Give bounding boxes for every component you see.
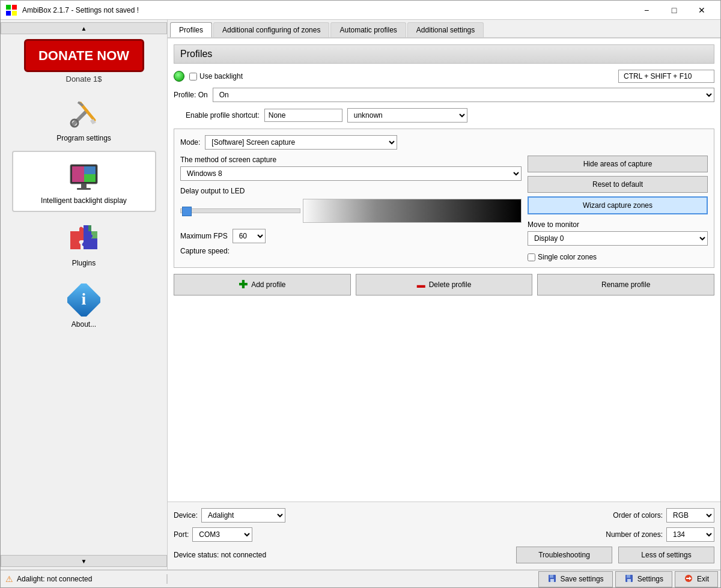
delete-icon: ▬ [417,280,425,289]
sidebar-item-program-settings[interactable]: Program settings [12,89,156,148]
title-bar-controls: − □ ✕ [633,1,716,20]
plugins-icon [66,220,102,256]
delete-profile-button[interactable]: ▬ Delete profile [356,274,533,296]
tab-zones[interactable]: Additional configuring of zones [213,22,329,37]
wizard-button[interactable]: Wizard capture zones [528,196,708,214]
zones-select[interactable]: 134 50 100 200 [666,527,714,542]
close-button[interactable]: ✕ [688,1,716,20]
mode-label: Mode: [180,138,200,147]
colors-select[interactable]: RGB GRB BGR [666,508,714,523]
screen-method-select[interactable]: Windows 8 Windows 7 DirectX [180,166,522,181]
profile-label: Profile: On [174,91,208,99]
exit-button[interactable]: Exit [675,571,718,587]
sidebar-item-about[interactable]: i About... [12,276,156,335]
use-backlight-checkbox[interactable] [189,73,197,80]
backlight-row: Use backlight CTRL + SHIFT + F10 [174,70,714,83]
intelligent-backlight-icon [66,158,102,194]
mode-content: The method of screen capture Windows 8 W… [180,156,708,261]
sidebar-label-program-settings: Program settings [56,134,111,142]
svg-rect-3 [12,11,17,16]
port-select[interactable]: COM3 COM1 COM2 [192,527,252,542]
svg-rect-22 [627,575,630,578]
slider-gradient [303,199,522,223]
device-status: Device status: not connected [174,551,266,559]
shortcut-row: Enable profile shortcut: None unknown [174,108,714,123]
svg-line-7 [78,102,83,106]
profile-row: Profile: On On Off Custom [174,88,714,102]
status-bar: ⚠ Adalight: not connected Save settings … [1,569,720,587]
left-col: The method of screen capture Windows 8 W… [180,156,522,261]
sidebar-item-plugins[interactable]: Plugins [12,214,156,273]
port-field: Port: COM3 COM1 COM2 [174,527,252,542]
svg-rect-19 [550,575,553,578]
fps-select[interactable]: 60 30 120 [233,229,266,243]
delay-label: Delay output to LED [180,187,522,195]
title-bar-text: AmbiBox 2.1.7 - Settings not saved ! [22,6,633,14]
sidebar-label-about: About... [71,320,96,329]
content-area: Profiles Additional configuring of zones… [168,20,720,569]
capture-speed-label: Capture speed: [180,247,522,255]
slider-container [180,199,522,223]
delay-slider[interactable] [180,208,300,213]
monitor-select[interactable]: Display 0 Display 1 [528,231,708,246]
minimize-button[interactable]: − [633,1,660,20]
rename-profile-button[interactable]: Rename profile [537,274,714,296]
single-color-checkbox[interactable] [528,253,535,261]
fps-label: Maximum FPS [180,232,228,240]
settings-icon [624,574,634,585]
port-label: Port: [174,530,189,539]
sidebar-scroll-up[interactable]: ▲ [1,22,167,34]
maximize-button[interactable]: □ [660,1,688,20]
donate-label: Donate 1$ [66,74,102,83]
slider-thumb [182,207,192,216]
tab-content-profiles: Profiles Use backlight CTRL + SHIFT + F1… [168,38,720,502]
svg-rect-11 [72,166,84,182]
svg-rect-1 [12,5,17,10]
hide-areas-button[interactable]: Hide areas of capture [528,156,708,172]
shortcut-second-select[interactable]: unknown [347,108,467,123]
zones-label: Number of zones: [606,530,663,539]
bottom-row-2: Port: COM3 COM1 COM2 Number of zones: 13… [174,527,714,542]
svg-rect-12 [84,166,96,174]
shortcut-value-input[interactable]: None [264,109,342,122]
less-settings-button[interactable]: Less of settings [618,547,714,563]
status-left: ⚠ Adalight: not connected [1,574,168,584]
monitor-label: Move to monitor [528,220,708,229]
reset-default-button[interactable]: Reset to default [528,176,708,193]
status-dot [174,71,184,82]
colors-field: Order of colors: RGB GRB BGR [613,508,714,523]
tab-auto-profiles[interactable]: Automatic profiles [330,22,406,37]
add-profile-button[interactable]: ✚ Add profile [174,274,351,296]
svg-rect-23 [627,579,631,582]
zones-field: Number of zones: 134 50 100 200 [606,527,714,542]
tab-additional[interactable]: Additional settings [407,22,484,37]
settings-button[interactable]: Settings [615,571,672,587]
bottom-row-1: Device: Adalight Arduino Order of colors… [174,508,714,523]
svg-rect-0 [6,5,11,10]
use-backlight-label[interactable]: Use backlight [189,72,243,80]
svg-rect-13 [84,174,96,182]
sidebar-item-intelligent-backlight[interactable]: Intelligent backlight display [12,151,156,212]
about-icon: i [66,282,102,318]
mode-select[interactable]: [Software] Screen capture [Hardware] Ada… [205,135,397,150]
tab-profiles[interactable]: Profiles [170,22,212,37]
exit-icon [684,574,693,585]
svg-rect-2 [6,11,11,16]
svg-rect-14 [81,184,87,189]
fps-row: Maximum FPS 60 30 120 [180,229,522,243]
profile-select[interactable]: On Off Custom [213,88,714,102]
device-select[interactable]: Adalight Arduino [201,508,285,523]
donate-button[interactable]: DONATE NOW [24,39,144,72]
mode-row: Mode: [Software] Screen capture [Hardwar… [180,135,708,150]
svg-rect-25 [686,578,689,579]
save-icon [547,574,557,585]
device-status-row: Device status: not connected Troubleshoo… [174,547,714,563]
save-settings-button[interactable]: Save settings [538,571,613,587]
title-bar: AmbiBox 2.1.7 - Settings not saved ! − □… [1,1,720,20]
app-icon [5,4,17,16]
sidebar-scroll-down[interactable]: ▼ [1,555,167,567]
troubleshooting-button[interactable]: Troubleshooting [516,547,612,563]
sidebar-label-plugins: Plugins [72,259,96,267]
screen-method-label: The method of screen capture [180,156,522,164]
svg-rect-20 [550,579,554,582]
